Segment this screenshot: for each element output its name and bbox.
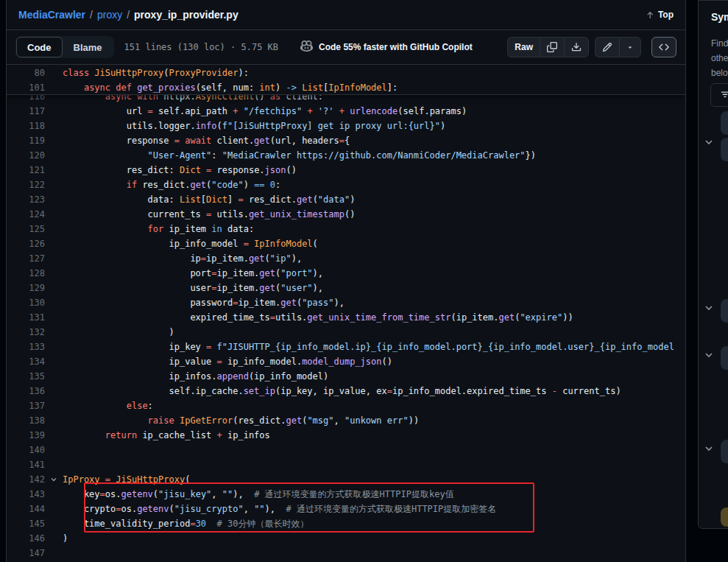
gutter-spacer — [45, 178, 63, 192]
code-line: 101 async def get_proxies(self, num: int… — [7, 80, 685, 95]
download-icon — [571, 42, 582, 52]
line-number[interactable]: 134 — [7, 354, 45, 369]
file-actions: Raw — [507, 37, 676, 57]
line-number[interactable]: 117 — [7, 104, 45, 119]
line-number[interactable]: 139 — [7, 428, 45, 443]
chevron-down-icon[interactable] — [703, 136, 715, 148]
line-number[interactable]: 80 — [7, 66, 45, 80]
raw-button[interactable]: Raw — [507, 37, 540, 57]
symbol-item[interactable] — [721, 138, 728, 161]
gutter-spacer — [45, 251, 63, 266]
gutter-spacer — [45, 236, 63, 251]
line-number[interactable]: 130 — [7, 295, 45, 310]
breadcrumb-repo-link[interactable]: MediaCrawler — [18, 9, 85, 21]
line-number[interactable]: 125 — [7, 222, 45, 236]
symbols-filter-button[interactable] — [710, 83, 728, 107]
gutter-spacer — [45, 325, 63, 340]
line-number[interactable]: 131 — [7, 310, 45, 325]
code-line: 123 data: List[Dict] = res_dict.get("dat… — [7, 192, 685, 207]
code-line: 130 password=ip_item.get("pass"), — [7, 295, 685, 310]
symbol-item[interactable] — [721, 299, 728, 323]
code-line: 129 user=ip_item.get("user"), — [7, 281, 685, 295]
edit-file-button[interactable] — [595, 37, 619, 57]
download-raw-button[interactable] — [564, 37, 589, 57]
collapse-chevron-icon[interactable] — [45, 472, 63, 487]
gutter-spacer — [45, 104, 63, 119]
raw-copy-download-group: Raw — [507, 37, 589, 57]
code-blame-switch: Code Blame — [15, 36, 114, 58]
code-text: if res_dict.get("code") == 0: — [63, 178, 685, 192]
line-number[interactable]: 127 — [7, 251, 45, 266]
line-number[interactable]: 143 — [7, 487, 45, 502]
line-number[interactable]: 123 — [7, 192, 45, 207]
line-number[interactable]: 118 — [7, 119, 45, 133]
code-line: 125 for ip_item in data: — [7, 222, 685, 236]
gutter-spacer — [45, 192, 63, 207]
line-number[interactable]: 124 — [7, 207, 45, 222]
line-number[interactable]: 128 — [7, 266, 45, 281]
line-number[interactable]: 126 — [7, 236, 45, 251]
code-line: 140 — [7, 443, 685, 457]
line-number[interactable]: 140 — [7, 443, 45, 457]
scroll-to-top-button[interactable]: Top — [646, 10, 674, 20]
line-number[interactable]: 132 — [7, 325, 45, 340]
line-number[interactable]: 145 — [7, 516, 45, 531]
edit-dropdown-button[interactable] — [619, 37, 641, 57]
code-text: IpProxy = JiSuHttpProxy( — [63, 472, 685, 487]
line-number[interactable]: 144 — [7, 502, 45, 516]
code-text: time_validity_period=30 # 30分钟（最长时效） — [63, 516, 685, 531]
line-number[interactable]: 141 — [7, 457, 45, 472]
line-number[interactable]: 122 — [7, 178, 45, 192]
line-number[interactable]: 119 — [7, 133, 45, 148]
code-text: else: — [63, 398, 685, 413]
code-text: url = self.api_path + "/fetchips" + '?' … — [63, 104, 685, 119]
line-number[interactable]: 133 — [7, 340, 45, 354]
line-number[interactable]: 146 — [7, 531, 45, 546]
chevron-down-icon[interactable] — [703, 302, 715, 314]
line-number[interactable]: 120 — [7, 148, 45, 163]
file-view: MediaCrawler / proxy / proxy_ip_provider… — [6, 0, 686, 562]
code-text: ) — [63, 325, 685, 340]
symbols-panel-description: Find other below — [711, 36, 728, 80]
code-text — [63, 443, 685, 457]
line-number[interactable]: 121 — [7, 163, 45, 178]
symbol-item[interactable] — [721, 346, 728, 370]
line-number[interactable]: 135 — [7, 369, 45, 384]
chevron-down-icon[interactable] — [703, 349, 715, 361]
gutter-spacer — [45, 369, 63, 384]
symbol-item[interactable] — [721, 440, 728, 463]
breadcrumb-folder-link[interactable]: proxy — [97, 9, 122, 21]
line-number[interactable]: 136 — [7, 384, 45, 398]
code-line: 146) — [7, 531, 685, 546]
gutter-spacer — [45, 148, 63, 163]
gutter-spacer — [45, 546, 63, 561]
symbol-item[interactable] — [721, 507, 728, 527]
code-text: data: List[Dict] = res_dict.get("data") — [63, 192, 685, 207]
line-number[interactable]: 137 — [7, 398, 45, 413]
tab-code[interactable]: Code — [16, 37, 63, 57]
code-text: key=os.getenv("jisu_key", ""), # 通过环境变量的… — [63, 487, 685, 502]
code-line: 135 ip_infos.append(ip_info_model) — [7, 369, 685, 384]
line-number[interactable]: 138 — [7, 413, 45, 428]
line-number[interactable]: 129 — [7, 281, 45, 295]
copy-raw-button[interactable] — [540, 37, 564, 57]
code-text: password=ip_item.get("pass"), — [63, 295, 685, 310]
chevron-down-icon[interactable] — [703, 443, 715, 454]
code-text: user=ip_item.get("user"), — [63, 281, 685, 295]
copy-icon — [547, 42, 557, 52]
breadcrumb: MediaCrawler / proxy / proxy_ip_provider… — [7, 0, 685, 30]
github-code-view: MediaCrawler / proxy / proxy_ip_provider… — [0, 0, 728, 562]
tab-blame[interactable]: Blame — [63, 37, 113, 57]
line-number[interactable]: 101 — [7, 80, 45, 95]
line-number[interactable]: 142 — [7, 472, 45, 487]
code-text: ip=ip_item.get("ip"), — [63, 251, 685, 266]
breadcrumb-separator: / — [90, 9, 93, 21]
copilot-banner[interactable]: Code 55% faster with GitHub Copilot — [300, 40, 473, 55]
code-text: class JiSuHttpProxy(ProxyProvider): — [63, 66, 685, 80]
symbol-item[interactable] — [721, 111, 728, 135]
symbols-panel-toggle-button[interactable] — [651, 37, 676, 57]
code-lines: 116 async with httpx.AsyncClient() as cl… — [7, 89, 685, 561]
gutter-spacer — [45, 310, 63, 325]
line-number[interactable]: 147 — [7, 546, 45, 561]
gutter-spacer — [45, 457, 63, 472]
